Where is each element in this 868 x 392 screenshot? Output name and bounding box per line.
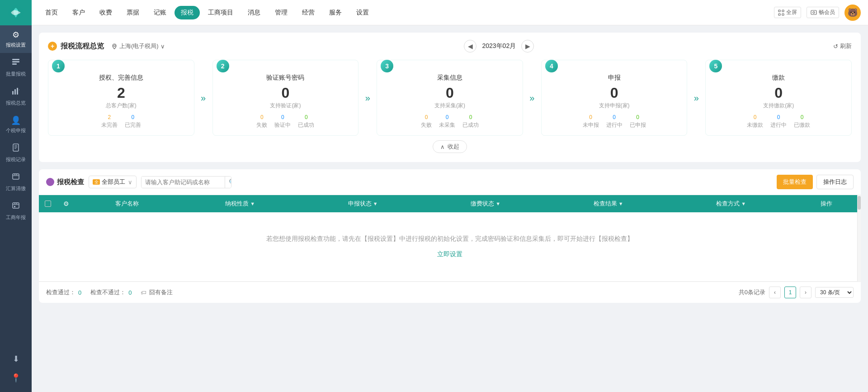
svg-rect-8 [13, 144, 19, 151]
nav-item-operations[interactable]: 经营 [296, 6, 321, 19]
sidebar-item-tax-settings[interactable]: ⚙ 报税设置 [0, 25, 32, 53]
step-card-5: 5 缴款 0 支持缴款(家) 0 未缴款 0 进行中 [705, 60, 852, 136]
stat-item: 2 未完善 [101, 114, 118, 129]
stat-value[interactable]: 0 [446, 114, 449, 120]
content-area: + 报税流程总览 上海(电子税局) ∨ ◀ 2023年02月 ▶ [32, 25, 868, 392]
gear-icon[interactable]: ⚙ [63, 200, 69, 207]
nav-item-service[interactable]: 服务 [323, 6, 348, 19]
sidebar-item-label: 工商年报 [6, 214, 26, 221]
th-check-method-filter[interactable]: 检查方式 ▼ [716, 200, 746, 208]
app-logo[interactable] [0, 0, 32, 25]
th-checkbox[interactable] [39, 195, 57, 212]
nav-item-invoices[interactable]: 票据 [120, 6, 146, 19]
svg-rect-7 [19, 90, 19, 90]
step-title-4: 申报 [549, 74, 680, 82]
nav-item-fees[interactable]: 收费 [93, 6, 118, 19]
tax-settings-icon: ⚙ [12, 30, 19, 40]
refresh-button[interactable]: ↺ 刷新 [833, 42, 852, 50]
th-check-method: 检查方式 ▼ [670, 195, 792, 212]
sidebar-item-settlement[interactable]: 汇算清缴 [0, 167, 32, 196]
step-count-3: 0 [384, 86, 515, 100]
sidebar-item-batch-tax[interactable]: 批量报税 [0, 53, 32, 82]
th-tax-type-filter[interactable]: 纳税性质 ▼ [225, 200, 255, 208]
setup-link[interactable]: 立即设置 [437, 250, 462, 258]
svg-rect-20 [14, 206, 15, 207]
th-name-filter[interactable]: 客户名称 [115, 200, 139, 208]
check-fail-value[interactable]: 0 [128, 289, 132, 296]
th-gear[interactable]: ⚙ [57, 195, 75, 212]
fullscreen-button[interactable]: 全屏 [774, 7, 801, 18]
note-icon: 🏷 [141, 289, 146, 296]
stat-value[interactable]: 0 [131, 114, 134, 120]
step-count-2: 0 [220, 86, 351, 100]
location-icon: 📍 [11, 373, 21, 383]
nav-item-home[interactable]: 首页 [39, 6, 64, 19]
location-selector[interactable]: 上海(电子税局) ∨ [111, 42, 165, 50]
step-subtitle-3: 支持采集(家) [384, 102, 515, 110]
nav-item-settings[interactable]: 设置 [350, 6, 375, 19]
sidebar-item-personal-report[interactable]: 👤 个税申报 [0, 111, 32, 139]
th-check-result: 检查结果 ▼ [547, 195, 670, 212]
prev-page-button[interactable]: ‹ [769, 287, 781, 298]
th-payment-status-filter[interactable]: 缴费状态 ▼ [471, 200, 500, 208]
stat-value[interactable]: 0 [469, 114, 472, 120]
nav-item-messages[interactable]: 消息 [241, 6, 267, 19]
stat-value[interactable]: 2 [108, 114, 111, 120]
stat-value[interactable]: 0 [589, 114, 592, 120]
filter-icon: ▼ [373, 201, 378, 206]
overview-title-icon: + [48, 42, 57, 51]
steps-container: 1 授权、完善信息 2 总客户数(家) 2 未完善 0 已完善 [48, 60, 852, 136]
nav-item-management[interactable]: 管理 [269, 6, 294, 19]
th-name-label: 客户名称 [115, 200, 139, 208]
sidebar-item-annual-report[interactable]: 工商年报 [0, 196, 32, 225]
check-pass-value[interactable]: 0 [78, 289, 81, 296]
stat-value[interactable]: 0 [777, 114, 780, 120]
sidebar-item-tax-records[interactable]: 报税记录 [0, 139, 32, 167]
table-section: 报税检查 全 全部员工 ∨ 🔍 批量检查 操作日志 [39, 169, 861, 303]
search-input[interactable] [142, 177, 225, 188]
stat-value[interactable]: 0 [636, 114, 639, 120]
nav-item-clients[interactable]: 客户 [66, 6, 91, 19]
stat-item: 0 验证中 [274, 114, 291, 129]
svg-rect-12 [13, 174, 19, 179]
table-title: 报税检查 [46, 178, 84, 186]
sidebar-item-download[interactable]: ⬇ [0, 349, 32, 368]
prev-month-button[interactable]: ◀ [464, 40, 476, 53]
employee-selector[interactable]: 全 全部员工 ∨ [89, 176, 137, 188]
check-fail-label: 检查不通过： [90, 288, 126, 296]
stat-label: 未申报 [583, 121, 599, 129]
note-label: 囧有备注 [149, 288, 173, 296]
select-all-checkbox[interactable] [45, 201, 51, 207]
batch-check-button[interactable]: 批量检查 [777, 175, 813, 189]
search-button[interactable]: 🔍 [225, 177, 231, 188]
collapse-button[interactable]: ∧ 收起 [433, 140, 467, 153]
th-report-status-filter[interactable]: 申报状态 ▼ [348, 200, 378, 208]
stat-value[interactable]: 0 [425, 114, 428, 120]
sidebar-item-location[interactable]: 📍 [0, 368, 32, 387]
per-page-select[interactable]: 30 条/页 50 条/页 100 条/页 [815, 287, 854, 298]
next-month-button[interactable]: ▶ [521, 40, 534, 53]
search-box: 🔍 [141, 176, 231, 188]
th-check-result-filter[interactable]: 检查结果 ▼ [594, 200, 623, 208]
nav-item-tax[interactable]: 报税 [175, 6, 200, 19]
stat-value[interactable]: 0 [260, 114, 264, 120]
stat-value[interactable]: 0 [801, 114, 804, 120]
stat-value[interactable]: 0 [613, 114, 616, 120]
arrow-icon: » [694, 93, 699, 103]
collapse-bar[interactable]: ∧ 收起 [48, 136, 852, 155]
scrollbar[interactable] [857, 195, 861, 282]
member-button[interactable]: 畅会员 [807, 7, 839, 18]
nav-item-business[interactable]: 工商项目 [202, 6, 240, 19]
nav-item-accounting[interactable]: 记账 [147, 6, 173, 19]
next-page-button[interactable]: › [800, 287, 811, 298]
settlement-icon [11, 172, 20, 183]
stat-label: 进行中 [770, 121, 787, 129]
operation-log-button[interactable]: 操作日志 [816, 175, 854, 189]
th-actions-label: 操作 [821, 200, 832, 207]
user-avatar[interactable]: 🐻 [844, 5, 861, 21]
location-text: 上海(电子税局) [119, 42, 159, 50]
stat-value[interactable]: 0 [281, 114, 284, 120]
sidebar-item-tax-overview[interactable]: 报税总览 [0, 82, 32, 111]
stat-value[interactable]: 0 [305, 114, 308, 120]
stat-value[interactable]: 0 [754, 114, 757, 120]
